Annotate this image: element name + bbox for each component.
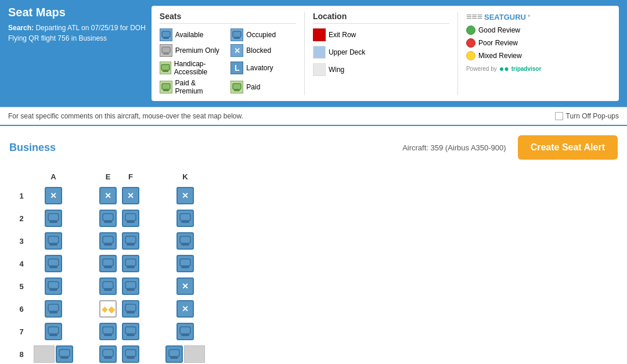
seat-5F[interactable]: [120, 276, 141, 297]
seat-icon-avail: [45, 210, 62, 227]
gap-col1: [75, 185, 96, 206]
seat-8E[interactable]: [98, 344, 118, 364]
seat-5A[interactable]: [34, 276, 73, 297]
seat-map-table: A E F K 1 ✕ ✕ ✕ ✕: [9, 168, 207, 364]
seat-2K[interactable]: [165, 208, 205, 229]
svg-rect-3: [234, 37, 240, 39]
seatguru-logo: ≡≡≡ SEATGURU *: [466, 12, 603, 22]
seat-5K[interactable]: ✕: [165, 276, 205, 297]
legend-upper: Upper Deck: [313, 46, 449, 59]
svg-rect-26: [180, 236, 190, 243]
seat-7A[interactable]: [34, 321, 73, 342]
seat-2F[interactable]: [120, 208, 141, 229]
svg-rect-19: [181, 221, 189, 223]
seat-icon-avail: [122, 232, 139, 250]
popup-checkbox[interactable]: [555, 112, 563, 120]
seat-icon-avail: [45, 300, 62, 318]
table-row: 6 ◆ ✕: [11, 298, 205, 319]
svg-rect-35: [181, 266, 189, 268]
seat-6E[interactable]: ◆: [98, 298, 118, 319]
cabin-header: Business Aircraft: 359 (Airbus A350-900)…: [9, 135, 618, 160]
seat-6K[interactable]: ✕: [165, 298, 205, 319]
seat-4K[interactable]: [165, 253, 205, 274]
seat-icon-blocked: ✕: [176, 277, 194, 295]
location-legend-title: Location: [313, 12, 449, 24]
wing-label: Wing: [329, 66, 344, 74]
seat-icon-avail: [176, 210, 194, 227]
table-row: 3: [11, 230, 205, 251]
row-number: 2: [11, 208, 32, 229]
seat-icon-avail: [176, 255, 194, 272]
seat-1A[interactable]: ✕: [34, 185, 73, 206]
row-number: 8: [11, 344, 32, 364]
seat-7K[interactable]: [165, 321, 205, 342]
seat-icon-blocked: ✕: [45, 187, 62, 204]
seat-3K[interactable]: [165, 230, 205, 251]
svg-rect-42: [48, 304, 59, 311]
seat-6F[interactable]: [120, 298, 141, 319]
blocked-icon: ✕: [230, 44, 243, 57]
logo-text: SEATGURU: [484, 13, 526, 21]
seat-8A[interactable]: [34, 344, 73, 364]
seat-1F[interactable]: ✕: [120, 185, 141, 206]
seat-8F[interactable]: [120, 344, 141, 364]
seat-1K[interactable]: ✕: [165, 185, 205, 206]
seat-icon-avail: [99, 277, 117, 295]
seat-3E[interactable]: [98, 230, 118, 251]
seat-6A[interactable]: [34, 298, 73, 319]
svg-rect-33: [127, 266, 135, 268]
svg-rect-1: [163, 37, 169, 39]
seats-legend-title: Seats: [160, 12, 296, 24]
legend-panel: Seats Available Occupied: [152, 6, 619, 101]
svg-rect-9: [163, 89, 169, 91]
review-legend: ≡≡≡ SEATGURU * Good Review Poor Review M…: [466, 12, 611, 95]
create-seat-alert-button[interactable]: Create Seat Alert: [518, 135, 618, 160]
seat-7E[interactable]: [98, 321, 118, 342]
location-legend: Location Exit Row Upper Deck Wing: [313, 12, 458, 95]
gap-col2: [143, 230, 164, 251]
paid-premium-label: Paid & Premium: [175, 79, 225, 95]
cabin-info-right: Aircraft: 359 (Airbus A350-900) Create S…: [402, 135, 618, 160]
gap-col2: [143, 321, 164, 342]
col-header-E: E: [98, 170, 118, 183]
seat-1E[interactable]: ✕: [98, 185, 118, 206]
svg-rect-39: [104, 289, 112, 291]
seat-icon-avail: [122, 323, 139, 340]
svg-rect-58: [125, 349, 136, 356]
legend-blocked: ✕ Blocked: [230, 44, 296, 57]
seat-3F[interactable]: [120, 230, 141, 251]
info-message: For seat specific comments on this aircr…: [8, 112, 243, 120]
seat-icon-avail: [99, 232, 117, 250]
seat-5E[interactable]: [98, 276, 118, 297]
seat-7F[interactable]: [120, 321, 141, 342]
seat-3A[interactable]: [34, 230, 73, 251]
popup-toggle[interactable]: Turn Off Pop-ups: [555, 112, 619, 120]
exit-block-right: [184, 345, 205, 363]
seat-2A[interactable]: [34, 208, 73, 229]
gap-col1: [75, 321, 96, 342]
cabin-title: Business: [9, 142, 56, 154]
upper-icon: [313, 46, 326, 59]
row-number: 5: [11, 276, 32, 297]
seat-4A[interactable]: [34, 253, 73, 274]
mixed-review-icon: [466, 51, 475, 60]
svg-rect-48: [103, 327, 113, 334]
gap-col1: [75, 298, 96, 319]
search-line2: Flying QR flight 756 in Business: [8, 34, 107, 42]
seat-icon-blocked: ✕: [176, 187, 194, 204]
svg-rect-28: [48, 259, 59, 266]
svg-rect-32: [125, 259, 136, 266]
seat-4E[interactable]: [98, 253, 118, 274]
info-bar: For seat specific comments on this aircr…: [0, 107, 627, 126]
seat-8K[interactable]: [165, 344, 205, 364]
seat-2E[interactable]: [98, 208, 118, 229]
seat-4F[interactable]: [120, 253, 141, 274]
gap-col1: [75, 230, 96, 251]
svg-rect-12: [48, 214, 59, 221]
svg-rect-10: [233, 84, 241, 89]
col-gap1: [75, 170, 96, 183]
poor-review-icon: [466, 38, 475, 48]
legend-occupied: Occupied: [230, 28, 296, 41]
svg-rect-14: [103, 214, 113, 221]
svg-rect-51: [127, 334, 135, 336]
